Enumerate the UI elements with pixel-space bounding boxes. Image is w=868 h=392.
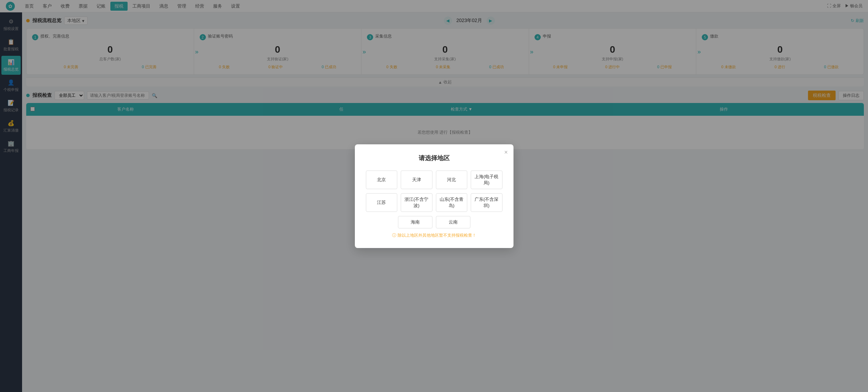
region-btn-guangdong[interactable]: 广东(不含深圳) — [471, 193, 502, 212]
region-btn-jiangsu[interactable]: 江苏 — [366, 193, 398, 212]
modal-overlay[interactable]: × 请选择地区 北京 天津 河北 上海(电子税局) 江苏 浙江(不含宁波) 山东… — [0, 0, 868, 392]
warning-icon: ⓘ — [392, 233, 396, 238]
region-btn-yunnan[interactable]: 云南 — [436, 216, 470, 228]
region-select-modal: × 请选择地区 北京 天津 河北 上海(电子税局) 江苏 浙江(不含宁波) 山东… — [355, 144, 513, 248]
modal-warning: ⓘ 除以上地区外其他地区暂不支持报税检查！ — [366, 233, 502, 238]
warning-text: 除以上地区外其他地区暂不支持报税检查！ — [398, 233, 476, 238]
region-btn-tianjin[interactable]: 天津 — [401, 171, 432, 189]
region-btn-shandong[interactable]: 山东(不含青岛) — [436, 193, 468, 212]
region-btn-zhejiang[interactable]: 浙江(不含宁波) — [401, 193, 432, 212]
region-btn-hebei[interactable]: 河北 — [436, 171, 468, 189]
modal-title: 请选择地区 — [366, 154, 502, 162]
region-btn-shanghai[interactable]: 上海(电子税局) — [471, 171, 502, 189]
modal-close-btn[interactable]: × — [504, 149, 508, 155]
region-grid-row1: 北京 天津 河北 上海(电子税局) — [366, 171, 502, 189]
region-btn-hainan[interactable]: 海南 — [398, 216, 432, 228]
region-grid-row3: 海南 云南 — [366, 216, 502, 228]
region-grid-row2: 江苏 浙江(不含宁波) 山东(不含青岛) 广东(不含深圳) — [366, 193, 502, 212]
region-btn-beijing[interactable]: 北京 — [366, 171, 398, 189]
